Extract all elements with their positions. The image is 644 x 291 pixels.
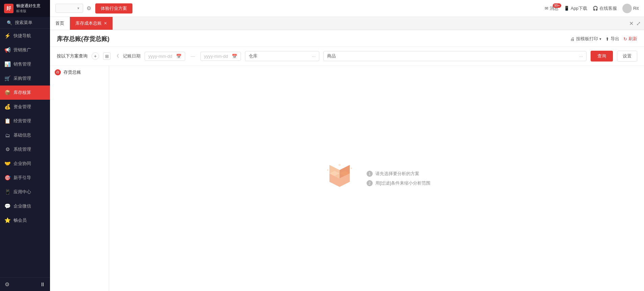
filter-date-start[interactable]: yyyy-mm-dd 📅 [145, 52, 185, 61]
sidebar-item-basic[interactable]: 🗂 基础信息 [0, 128, 50, 142]
search-menu-label: 搜索菜单 [15, 20, 32, 26]
sidebar-item-label: 资金管理 [14, 104, 31, 110]
topbar-dropdown[interactable]: ▾ [55, 4, 83, 13]
membership-icon: ⭐ [4, 217, 11, 224]
logo-name: 畅捷通好生意 [16, 3, 41, 9]
operation-icon: 📋 [4, 118, 11, 124]
export-icon: ⬆ [605, 37, 609, 42]
main-area: ▾ ⚙ 体验行业方案 ✉ 消息 99+ 📱 App下载 🎧 在线客服 Rit [50, 0, 644, 291]
filter-bar: 按以下方案查询 + ⊞ 《 记账日期 yyyy-mm-dd 📅 — yyyy-m… [50, 47, 644, 66]
finance-icon: 💰 [4, 103, 11, 110]
sidebar-item-label: 企业协同 [14, 161, 31, 167]
filter-collapse-icon[interactable]: 《 [115, 53, 119, 59]
refresh-icon: ↻ [623, 37, 627, 42]
filter-date-end[interactable]: yyyy-mm-dd 📅 [200, 52, 241, 61]
settings-footer-icon[interactable]: ⚙ [5, 281, 9, 288]
online-support-label: 在线客服 [599, 5, 617, 11]
export-button[interactable]: ⬆ 导出 [605, 36, 619, 42]
user-item[interactable]: Rit [622, 4, 639, 13]
tab-actions: ✕ ⤢ [113, 20, 644, 27]
sidebar-item-label: 库存核算 [14, 90, 31, 96]
guide-icon: 🎯 [4, 174, 11, 181]
scheme-icon: 存 [55, 69, 61, 75]
sales-icon: 📊 [4, 61, 11, 68]
sidebar-item-wechat[interactable]: 💬 企业微信 [0, 199, 50, 213]
page-header: 库存总账(存货总账) 🖨 按模板打印 ▾ ⬆ 导出 ↻ 刷新 [50, 30, 644, 47]
search-menu[interactable]: 🔍 搜索菜单 [0, 17, 50, 29]
sidebar: 好 畅捷通好生意 标准版 🔍 搜索菜单 ⚡ 快捷导航 📢 营销推广 📊 销售管理… [0, 0, 50, 291]
query-button[interactable]: 查询 [591, 51, 613, 62]
sidebar-item-membership[interactable]: ⭐ 畅会员 [0, 213, 50, 227]
quick-nav-icon: ⚡ [4, 32, 11, 39]
refresh-button[interactable]: ↻ 刷新 [623, 36, 637, 42]
filter-product[interactable]: 商品 ··· [323, 51, 587, 61]
calendar-end-icon: 📅 [232, 54, 237, 59]
print-button[interactable]: 🖨 按模板打印 ▾ [570, 36, 601, 42]
sidebar-item-system[interactable]: ⚙ 系统管理 [0, 142, 50, 156]
headset-icon: 🎧 [593, 6, 598, 11]
filter-scheme-button[interactable]: ⊞ [103, 52, 110, 60]
app-download-label: App下载 [571, 5, 587, 11]
phone-icon: 📱 [564, 6, 569, 11]
system-icon: ⚙ [4, 146, 11, 153]
topbar-gear-icon[interactable]: ⚙ [86, 5, 91, 11]
scheme-panel: 存 存货总账 [50, 66, 109, 291]
messages-item[interactable]: ✉ 消息 99+ [545, 5, 559, 11]
logo-icon: 好 [4, 4, 14, 13]
calendar-start-icon: 📅 [176, 54, 181, 59]
sidebar-item-marketing[interactable]: 📢 营销推广 [0, 43, 50, 57]
cooperation-icon: 🤝 [4, 160, 11, 167]
empty-state: 1 请先选择要分析的方案 2 用[过滤]条件来缩小分析范围 [109, 66, 644, 291]
tab-close-icon[interactable]: ✕ [104, 21, 107, 26]
scheme-item-label: 存货总账 [64, 69, 81, 75]
sidebar-item-label: 营销推广 [14, 47, 31, 53]
sidebar-item-guide[interactable]: 🎯 新手引导 [0, 171, 50, 185]
page-title: 库存总账(存货总账) [57, 35, 109, 43]
sidebar-item-label: 新手引导 [14, 175, 31, 181]
topbar: ▾ ⚙ 体验行业方案 ✉ 消息 99+ 📱 App下载 🎧 在线客服 Rit [50, 0, 644, 17]
user-name: Rit [633, 6, 639, 11]
tab-home-label: 首页 [55, 20, 64, 26]
sidebar-footer: ⚙ ⏸ [0, 277, 50, 291]
online-support-item[interactable]: 🎧 在线客服 [593, 5, 617, 11]
settings-button[interactable]: 设置 [617, 51, 637, 62]
empty-step-1: 1 请先选择要分析的方案 [367, 171, 430, 177]
inventory-icon: 📦 [4, 89, 11, 96]
sidebar-item-quick-nav[interactable]: ⚡ 快捷导航 [0, 29, 50, 43]
sidebar-item-finance[interactable]: 💰 资金管理 [0, 100, 50, 114]
app-download-item[interactable]: 📱 App下载 [564, 5, 587, 11]
sidebar-item-cooperation[interactable]: 🤝 企业协同 [0, 156, 50, 171]
sidebar-item-label: 采购管理 [14, 75, 31, 81]
close-panel-icon[interactable]: ✕ [629, 20, 634, 27]
filter-warehouse[interactable]: 仓库 ··· [245, 51, 319, 61]
date-end-placeholder: yyyy-mm-dd [204, 54, 228, 59]
step-2-circle: 2 [367, 180, 373, 186]
audio-footer-icon[interactable]: ⏸ [40, 282, 45, 288]
svg-point-6 [351, 168, 352, 169]
sidebar-item-purchase[interactable]: 🛒 采购管理 [0, 71, 50, 86]
tab-home[interactable]: 首页 [50, 17, 70, 30]
sidebar-item-label: 经营管理 [14, 118, 31, 124]
export-label: 导出 [611, 36, 619, 42]
empty-content: 1 请先选择要分析的方案 2 用[过滤]条件来缩小分析范围 [323, 162, 430, 195]
print-dropdown-icon: ▾ [599, 37, 601, 41]
tab-inventory-ledger[interactable]: 库存成本总账 ✕ [70, 17, 113, 30]
filter-add-button[interactable]: + [92, 52, 99, 60]
step-2-text: 用[过滤]条件来缩小分析范围 [375, 180, 430, 186]
expand-icon[interactable]: ⤢ [636, 20, 641, 27]
sidebar-item-app-center[interactable]: 📱 应用中心 [0, 185, 50, 199]
trial-button[interactable]: 体验行业方案 [95, 3, 132, 14]
content-area: 库存总账(存货总账) 🖨 按模板打印 ▾ ⬆ 导出 ↻ 刷新 按以下方案查询 [50, 30, 644, 291]
sidebar-item-inventory[interactable]: 📦 库存核算 [0, 86, 50, 100]
product-label: 商品 [327, 53, 336, 59]
sidebar-item-operation[interactable]: 📋 经营管理 [0, 114, 50, 128]
messages-badge: 99+ [553, 3, 561, 8]
sidebar-item-sales[interactable]: 📊 销售管理 [0, 57, 50, 71]
message-icon: ✉ [545, 6, 548, 11]
sidebar-item-label: 销售管理 [14, 61, 31, 67]
scheme-item-inventory-ledger[interactable]: 存 存货总账 [50, 66, 109, 79]
sidebar-item-label: 应用中心 [14, 189, 31, 195]
tabbar: 首页 库存成本总账 ✕ ✕ ⤢ [50, 17, 644, 30]
step-1-circle: 1 [367, 171, 373, 177]
search-icon: 🔍 [7, 20, 12, 25]
